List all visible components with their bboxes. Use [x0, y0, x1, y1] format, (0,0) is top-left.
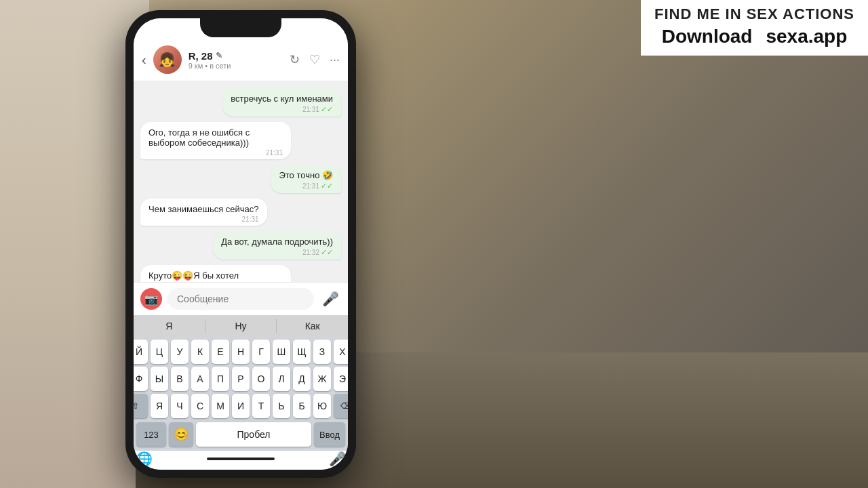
ad-banner: FIND ME IN SEX ACTIONS Download sexa.app: [641, 0, 868, 56]
backspace-key[interactable]: ⌫: [334, 394, 348, 418]
mic-bottom-icon[interactable]: 🎤: [329, 451, 346, 467]
key-т[interactable]: Т: [252, 394, 270, 418]
shift-key[interactable]: ⇧: [134, 394, 148, 418]
keyboard-row-3: ⇧ Я Ч С М И Т Ь Б Ю ⌫: [135, 394, 347, 418]
key-о[interactable]: О: [252, 367, 270, 391]
phone-device: ‹ 👧 R, 28 ✎ 9 км • в сети ↻ ♡ ···: [125, 10, 356, 478]
avatar-image: 👧: [153, 45, 182, 74]
autocomplete-item-1[interactable]: Я: [134, 319, 205, 333]
message-time: 21:31: [149, 216, 259, 223]
more-icon[interactable]: ···: [330, 53, 340, 67]
key-ь[interactable]: Ь: [273, 394, 290, 418]
message-text: Это точно 🤣: [279, 170, 333, 180]
key-л[interactable]: Л: [273, 367, 290, 391]
key-ю[interactable]: Ю: [313, 394, 331, 418]
key-ч[interactable]: Ч: [171, 394, 189, 418]
numbers-key[interactable]: 123: [136, 422, 166, 447]
key-ц[interactable]: Ц: [151, 340, 168, 364]
banner-url-label[interactable]: sexa.app: [766, 26, 847, 47]
keyboard-row-2: Ф Ы В А П Р О Л Д Ж Э: [135, 367, 347, 391]
banner-title: FIND ME IN SEX ACTIONS: [654, 5, 854, 23]
autocomplete-suggestions: Я Ну Как: [134, 315, 348, 337]
message-item: Круто😜😜Я бы хотел присоединиться к тебе)…: [140, 265, 291, 282]
enter-key[interactable]: Ввод: [314, 422, 345, 447]
key-ф[interactable]: Ф: [134, 367, 148, 391]
key-я[interactable]: Я: [151, 394, 168, 418]
read-receipt: ✓✓: [321, 248, 333, 257]
message-text: встречусь с кул именами: [231, 94, 333, 104]
message-text: Да вот, думала подрочить)): [221, 237, 333, 247]
key-н[interactable]: Н: [232, 340, 250, 364]
message-input-area: 📷 🎤: [134, 282, 348, 315]
user-name-display: R, 28 ✎: [189, 50, 231, 62]
message-time: 21:31: [149, 149, 283, 157]
keyboard-row-1: Й Ц У К Е Н Г Ш Щ З Х: [135, 340, 347, 364]
header-right-section: ↻ ♡ ···: [290, 52, 340, 67]
user-info-block: R, 28 ✎ 9 км • в сети: [189, 50, 231, 70]
message-text: Чем занимаешься сейчас?: [149, 204, 259, 214]
phone-notch: [200, 18, 281, 37]
read-receipt: ✓✓: [321, 182, 333, 190]
message-item: Это точно 🤣 21:31 ✓✓: [271, 165, 341, 193]
key-й[interactable]: Й: [134, 340, 148, 364]
message-item: Ого, тогда я не ошибся с выбором собесед…: [140, 122, 291, 159]
key-х[interactable]: Х: [334, 340, 348, 364]
key-с[interactable]: С: [191, 394, 209, 418]
key-и[interactable]: И: [232, 394, 250, 418]
phone-screen: ‹ 👧 R, 28 ✎ 9 км • в сети ↻ ♡ ···: [134, 18, 348, 470]
key-д[interactable]: Д: [293, 367, 311, 391]
key-э[interactable]: Э: [334, 367, 348, 391]
key-п[interactable]: П: [212, 367, 229, 391]
key-г[interactable]: Г: [252, 340, 270, 364]
message-item: встречусь с кул именами 21:31 ✓✓: [222, 88, 341, 117]
message-input-field[interactable]: [167, 288, 314, 310]
phone-bottom-bar: 🌐 🎤: [134, 451, 348, 470]
key-ж[interactable]: Ж: [313, 367, 331, 391]
keyboard-bottom-row: 123 😊 Пробел Ввод: [135, 421, 347, 448]
camera-button[interactable]: 📷: [140, 288, 162, 310]
key-м[interactable]: М: [212, 394, 229, 418]
key-е[interactable]: Е: [212, 340, 229, 364]
virtual-keyboard: Й Ц У К Е Н Г Ш Щ З Х Ф Ы В А П Р О: [134, 337, 348, 451]
chat-messages-area: встречусь с кул именами 21:31 ✓✓ Ого, то…: [134, 81, 348, 282]
space-key[interactable]: Пробел: [196, 422, 311, 447]
globe-icon[interactable]: 🌐: [136, 451, 153, 467]
key-в[interactable]: В: [171, 367, 189, 391]
key-р[interactable]: Р: [232, 367, 250, 391]
header-left-section: ‹ 👧 R, 28 ✎ 9 км • в сети: [142, 45, 231, 74]
key-а[interactable]: А: [191, 367, 209, 391]
key-ы[interactable]: Ы: [151, 367, 168, 391]
user-avatar[interactable]: 👧: [153, 45, 182, 74]
autocomplete-item-3[interactable]: Как: [277, 319, 348, 333]
mic-button[interactable]: 🎤: [319, 288, 341, 310]
message-time: 21:31 ✓✓: [279, 182, 333, 190]
heart-icon[interactable]: ♡: [309, 52, 320, 67]
banner-download-label[interactable]: Download: [662, 26, 753, 47]
key-к[interactable]: К: [191, 340, 209, 364]
read-receipt: ✓✓: [321, 105, 333, 114]
user-status-display: 9 км • в сети: [189, 62, 231, 70]
key-б[interactable]: Б: [293, 394, 311, 418]
autocomplete-item-2[interactable]: Ну: [205, 319, 277, 333]
key-у[interactable]: У: [171, 340, 189, 364]
message-time: 21:32 ✓✓: [221, 248, 333, 257]
message-item: Да вот, думала подрочить)) 21:32 ✓✓: [213, 231, 341, 260]
message-item: Чем занимаешься сейчас? 21:31: [140, 199, 267, 226]
emoji-key[interactable]: 😊: [169, 422, 193, 447]
home-indicator[interactable]: [207, 458, 275, 460]
message-time: 21:31 ✓✓: [231, 105, 333, 114]
key-ш[interactable]: Ш: [273, 340, 290, 364]
message-text: Ого, тогда я не ошибся с выбором собесед…: [149, 127, 250, 148]
refresh-icon[interactable]: ↻: [290, 52, 300, 67]
key-з[interactable]: З: [313, 340, 331, 364]
message-text: Круто😜😜Я бы хотел присоединиться к тебе)…: [149, 270, 248, 282]
edit-icon: ✎: [216, 51, 222, 60]
key-щ[interactable]: Щ: [293, 340, 311, 364]
back-button[interactable]: ‹: [142, 52, 146, 68]
